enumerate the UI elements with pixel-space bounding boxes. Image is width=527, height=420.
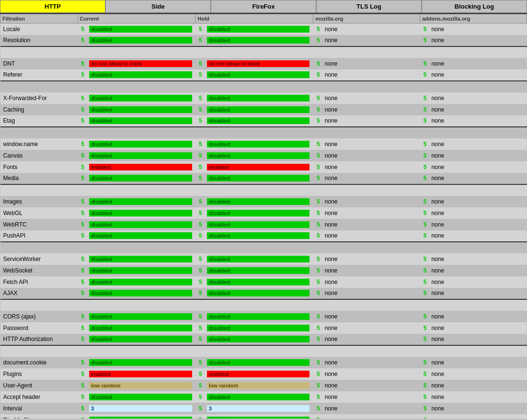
val-addons: none: [430, 380, 527, 391]
num-hold: 5: [195, 311, 206, 322]
num-mozilla: 5: [313, 115, 323, 127]
num-current: 5: [78, 230, 88, 242]
val-mozilla: none: [323, 414, 420, 419]
num-hold: 5: [195, 23, 206, 35]
val-hold[interactable]: disabled: [206, 35, 313, 46]
val-hold[interactable]: enabled: [206, 368, 313, 380]
val-hold[interactable]: disabled: [206, 334, 313, 345]
val-current[interactable]: enabled: [88, 368, 195, 380]
val-hold[interactable]: disabled: [206, 391, 313, 403]
val-current[interactable]: disabled: [88, 104, 195, 115]
val-current[interactable]: disabled: [88, 35, 195, 46]
val-current[interactable]: disabled: [88, 92, 195, 104]
val-hold[interactable]: disabled: [206, 104, 313, 115]
val-hold[interactable]: disabled: [206, 357, 313, 368]
num-mozilla: 5: [313, 311, 323, 322]
val-current[interactable]: low random: [88, 380, 195, 391]
val-current[interactable]: 3: [88, 403, 195, 414]
val-current[interactable]: disabled: [88, 311, 195, 322]
val-current[interactable]: disabled: [88, 265, 195, 276]
val-hold[interactable]: disabled: [206, 253, 313, 265]
row-label: Caching: [0, 104, 78, 115]
val-current[interactable]: enabled: [88, 161, 195, 173]
table-wrapper[interactable]: Filtration Current Hold mozilla.org addo…: [0, 14, 527, 419]
num-addons: 5: [420, 150, 430, 161]
val-current[interactable]: disabled: [88, 230, 195, 242]
separator: [0, 184, 527, 196]
row-label: Password: [0, 322, 78, 334]
tab-http[interactable]: HTTP: [0, 0, 105, 13]
val-current[interactable]: do not allow to track: [88, 58, 195, 69]
val-current[interactable]: disabled: [88, 207, 195, 219]
val-hold[interactable]: disabled: [206, 322, 313, 334]
val-current[interactable]: disabled: [88, 276, 195, 288]
val-hold[interactable]: disabled: [206, 265, 313, 276]
val-current[interactable]: disabled: [88, 288, 195, 299]
val-hold[interactable]: disabled: [206, 69, 313, 81]
val-hold[interactable]: disabled: [206, 115, 313, 127]
table-row: CORS (ajax)5disabled5disabled5none5none: [0, 311, 527, 322]
val-current[interactable]: disabled: [88, 115, 195, 127]
val-current[interactable]: disabled: [88, 219, 195, 230]
val-hold[interactable]: disabled: [206, 196, 313, 207]
val-current[interactable]: disabled: [88, 334, 195, 345]
val-addons: none: [430, 414, 527, 419]
num-current: 5: [78, 391, 88, 403]
val-hold[interactable]: disabled: [206, 173, 313, 184]
column-headers: Filtration Current Hold mozilla.org addo…: [0, 14, 527, 23]
num-addons: 5: [420, 380, 430, 391]
val-current[interactable]: disabled: [88, 253, 195, 265]
val-current[interactable]: disabled: [88, 391, 195, 403]
val-hold[interactable]: disabled: [206, 150, 313, 161]
val-hold[interactable]: disabled: [206, 138, 313, 150]
val-current[interactable]: disabled: [88, 150, 195, 161]
val-current[interactable]: disabled: [88, 173, 195, 184]
num-current: 5: [78, 196, 88, 207]
val-hold[interactable]: disabled: [206, 92, 313, 104]
separator: [0, 127, 527, 138]
val-addons: none: [430, 311, 527, 322]
val-hold[interactable]: enabled: [206, 161, 313, 173]
table-row: HTTP Authorization5disabled5disabled5non…: [0, 334, 527, 345]
row-label: Images: [0, 196, 78, 207]
table-row: document.cookie5disabled5disabled5none5n…: [0, 357, 527, 368]
val-current[interactable]: disabled: [88, 357, 195, 368]
val-hold[interactable]: disabled: [206, 276, 313, 288]
table-row: Caching5disabled5disabled5none5none: [0, 104, 527, 115]
val-hold[interactable]: disabled: [206, 219, 313, 230]
num-addons: 5: [420, 311, 430, 322]
val-mozilla: none: [323, 207, 420, 219]
val-hold[interactable]: disabled: [206, 207, 313, 219]
val-hold[interactable]: disabled: [206, 311, 313, 322]
val-hold[interactable]: do not allow to track: [206, 58, 313, 69]
val-hold[interactable]: low random: [206, 380, 313, 391]
val-hold[interactable]: disabled: [206, 288, 313, 299]
num-mozilla: 5: [313, 276, 323, 288]
val-addons: none: [430, 253, 527, 265]
num-addons: 5: [420, 58, 430, 69]
val-current[interactable]: disabled: [88, 138, 195, 150]
tab-side[interactable]: Side: [105, 0, 211, 13]
tab-firefox[interactable]: FireFox: [211, 0, 316, 13]
val-mozilla: none: [323, 276, 420, 288]
num-hold: 5: [195, 368, 206, 380]
val-mozilla: none: [323, 35, 420, 46]
val-current[interactable]: disabled: [88, 23, 195, 35]
val-current[interactable]: disabled: [88, 322, 195, 334]
val-addons: none: [430, 207, 527, 219]
row-label: Interval: [0, 403, 78, 414]
num-current: 5: [78, 219, 88, 230]
val-hold[interactable]: disabled: [206, 230, 313, 242]
val-hold[interactable]: disabled: [206, 414, 313, 419]
tab-tls[interactable]: TLS Log: [316, 0, 422, 13]
row-label: Media: [0, 173, 78, 184]
val-current[interactable]: disabled: [88, 69, 195, 81]
val-current[interactable]: disabled: [88, 196, 195, 207]
val-mozilla: none: [323, 196, 420, 207]
num-mozilla: 5: [313, 368, 323, 380]
val-mozilla: none: [323, 138, 420, 150]
val-current[interactable]: disabled: [88, 414, 195, 419]
tab-blocking[interactable]: Blocking Log: [422, 0, 527, 13]
val-hold[interactable]: 3: [206, 403, 313, 414]
val-hold[interactable]: disabled: [206, 23, 313, 35]
